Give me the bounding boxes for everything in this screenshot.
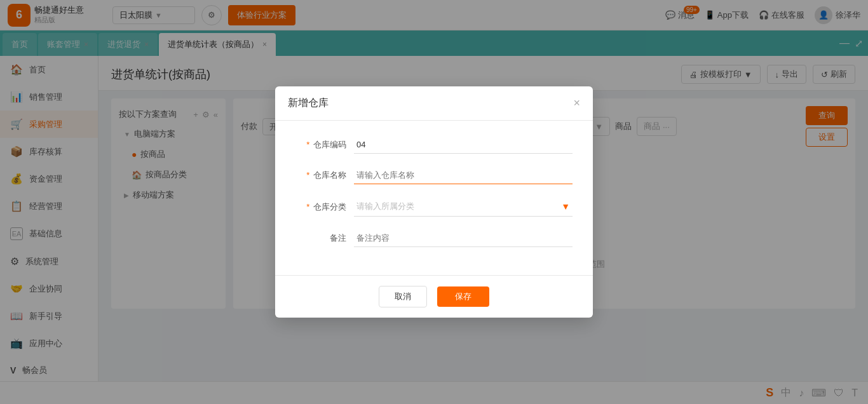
code-label: * 仓库编码 [295,139,346,151]
required-star: * [306,140,309,149]
modal-footer: 取消 保存 [275,275,593,318]
modal-overlay[interactable]: 新增仓库 × * 仓库编码 * 仓库名称 * 仓库分 [0,0,868,404]
modal-close-icon[interactable]: × [573,97,580,110]
modal-body: * 仓库编码 * 仓库名称 * 仓库分类 请输入所属分类 ▼ [275,121,593,275]
form-row-code: * 仓库编码 [295,136,573,154]
category-label: * 仓库分类 [295,201,346,213]
cancel-button[interactable]: 取消 [379,286,427,307]
form-row-category: * 仓库分类 请输入所属分类 ▼ [295,197,573,217]
category-select[interactable]: 请输入所属分类 ▼ [354,197,573,217]
form-row-note: 备注 [295,229,573,247]
code-input[interactable] [354,136,573,154]
note-label: 备注 [295,232,346,244]
modal-new-warehouse: 新增仓库 × * 仓库编码 * 仓库名称 * 仓库分 [275,86,593,318]
required-star-3: * [306,202,309,212]
note-input[interactable] [354,229,573,247]
category-placeholder: 请输入所属分类 [356,201,414,212]
required-star-2: * [306,170,309,180]
modal-title: 新增仓库 [288,97,329,110]
category-arrow-icon: ▼ [561,201,570,212]
modal-header: 新增仓库 × [275,86,593,121]
form-row-name: * 仓库名称 [295,166,573,184]
save-button[interactable]: 保存 [437,286,489,307]
name-label: * 仓库名称 [295,170,346,181]
name-input[interactable] [354,166,573,184]
